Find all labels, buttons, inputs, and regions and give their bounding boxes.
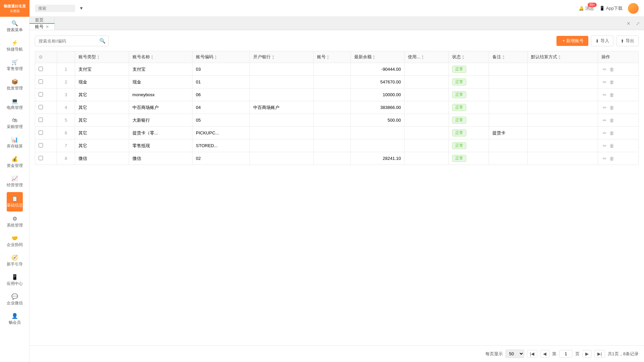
cell-setting bbox=[35, 63, 57, 76]
sidebar-item-11[interactable]: 🤝企业协同 bbox=[5, 232, 25, 251]
cell-account bbox=[313, 152, 351, 165]
cell-action: ✏🗑 bbox=[598, 114, 639, 127]
cell-type: 微信 bbox=[75, 152, 129, 165]
col-header-type[interactable]: 账号类型▲▼ bbox=[75, 51, 129, 63]
avatar[interactable] bbox=[628, 3, 639, 14]
sidebar-icon-10: ⚙ bbox=[5, 216, 25, 222]
import-icon: ⬇ bbox=[595, 39, 599, 44]
page-size-select[interactable]: 50 100 200 bbox=[505, 350, 524, 358]
page-input[interactable] bbox=[559, 350, 573, 358]
cell-name: 微信 bbox=[129, 152, 192, 165]
edit-button[interactable]: ✏ bbox=[601, 130, 608, 136]
gear-icon[interactable]: ⚙ bbox=[39, 54, 43, 60]
next-page-btn[interactable]: ▶ bbox=[582, 350, 592, 358]
edit-button[interactable]: ✏ bbox=[601, 92, 608, 98]
table-row: 2现金现金01547670.00正常✏🗑 bbox=[35, 76, 639, 88]
edit-button[interactable]: ✏ bbox=[601, 104, 608, 111]
status-badge: 正常 bbox=[452, 142, 466, 149]
delete-button[interactable]: 🗑 bbox=[608, 155, 615, 162]
prev-page-btn[interactable]: ◀ bbox=[540, 350, 549, 358]
expand-tab-btn[interactable]: ⤢ bbox=[635, 20, 641, 27]
app-download-button[interactable]: 📱 App下载 bbox=[599, 5, 623, 11]
col-header-code[interactable]: 账号编码▲▼ bbox=[193, 51, 250, 63]
row-checkbox[interactable] bbox=[39, 79, 43, 84]
row-checkbox[interactable] bbox=[39, 143, 43, 147]
tab-bar-controls: ✕ ⤢ bbox=[625, 20, 644, 27]
import-button[interactable]: ⬇ 导入 bbox=[591, 36, 613, 46]
edit-button[interactable]: ✏ bbox=[601, 155, 608, 162]
sidebar-item-3[interactable]: 📦批发管理 bbox=[5, 75, 25, 95]
edit-button[interactable]: ✏ bbox=[601, 66, 608, 73]
col-header-bank[interactable]: 开户银行▲▼ bbox=[250, 51, 313, 63]
cell-bank: 中百商场账户 bbox=[250, 101, 313, 114]
sidebar-item-10[interactable]: ⚙系统管理 bbox=[5, 212, 25, 232]
header-dropdown[interactable]: ▼ bbox=[79, 6, 84, 11]
add-account-button[interactable]: + 新增账号 bbox=[556, 36, 588, 46]
cell-usage bbox=[405, 152, 449, 165]
delete-button[interactable]: 🗑 bbox=[608, 92, 615, 98]
sidebar-item-1[interactable]: ⚡快捷导航 bbox=[5, 36, 25, 56]
tab-close-1[interactable]: ✕ bbox=[46, 24, 49, 29]
row-checkbox[interactable] bbox=[39, 105, 43, 109]
notification-badge: 99+ bbox=[588, 3, 597, 7]
sidebar-item-13[interactable]: 📱应用中心 bbox=[5, 270, 25, 290]
cell-type: 其它 bbox=[75, 114, 129, 127]
cell-name: 中百商场账户 bbox=[129, 101, 192, 114]
sidebar-item-4[interactable]: 💻电商管理 bbox=[5, 95, 25, 114]
cell-index: 3 bbox=[57, 88, 75, 101]
mobile-icon: 📱 bbox=[599, 6, 605, 11]
sidebar-item-15[interactable]: 👤畅会员 bbox=[5, 309, 25, 329]
row-checkbox[interactable] bbox=[39, 130, 43, 135]
search-button[interactable]: 🔍 bbox=[97, 36, 108, 46]
dropdown-chevron-icon: ▼ bbox=[79, 6, 84, 11]
col-header-settlement[interactable]: 默认结算方式▲▼ bbox=[528, 51, 598, 63]
sidebar-item-2[interactable]: 🛒零售管理 bbox=[5, 56, 25, 75]
tab-0[interactable]: 首页 bbox=[30, 17, 55, 23]
search-input[interactable] bbox=[35, 37, 97, 46]
col-header-balance[interactable]: 最新余额▲▼ bbox=[351, 51, 405, 63]
col-header-status[interactable]: 状态▲▼ bbox=[448, 51, 489, 63]
delete-button[interactable]: 🗑 bbox=[608, 130, 615, 136]
col-header-account[interactable]: 账号▲▼ bbox=[313, 51, 351, 63]
sidebar-item-8[interactable]: 📈经营管理 bbox=[5, 172, 25, 191]
delete-button[interactable]: 🗑 bbox=[608, 79, 615, 85]
edit-button[interactable]: ✏ bbox=[601, 117, 608, 124]
delete-button[interactable]: 🗑 bbox=[608, 117, 615, 124]
cell-status: 正常 bbox=[448, 88, 489, 101]
row-checkbox[interactable] bbox=[39, 67, 43, 71]
col-header-usage[interactable]: 使用...▲▼ bbox=[405, 51, 449, 63]
sidebar-item-14[interactable]: 💬企业微信 bbox=[5, 290, 25, 309]
sidebar-item-12[interactable]: 🧭新手引导 bbox=[5, 251, 25, 270]
sidebar-item-6[interactable]: 📊库存核算 bbox=[5, 133, 25, 153]
edit-button[interactable]: ✏ bbox=[601, 142, 608, 149]
sidebar-item-7[interactable]: 💰资金管理 bbox=[5, 153, 25, 172]
export-button[interactable]: ⬆ 导出 bbox=[616, 36, 639, 46]
total-label: 共1页，8条记录 bbox=[608, 351, 639, 357]
close-tab-btn[interactable]: ✕ bbox=[625, 20, 632, 27]
sidebar-item-0[interactable]: 🔍搜索菜单 bbox=[5, 17, 25, 36]
sidebar-item-9[interactable]: 📋基础信息 bbox=[7, 192, 23, 212]
header-right: 🔔 消息 99+ 📱 App下载 bbox=[579, 3, 639, 14]
delete-button[interactable]: 🗑 bbox=[608, 104, 615, 111]
delete-button[interactable]: 🗑 bbox=[608, 66, 615, 73]
row-checkbox[interactable] bbox=[39, 118, 43, 122]
export-label: 导出 bbox=[626, 38, 634, 44]
row-checkbox[interactable] bbox=[39, 156, 43, 160]
cell-account bbox=[313, 63, 351, 76]
col-header-remark[interactable]: 备注▲▼ bbox=[489, 51, 528, 63]
col-header-name[interactable]: 账号名称▲▼ bbox=[129, 51, 192, 63]
sidebar-item-5[interactable]: 🛍采购管理 bbox=[5, 114, 25, 133]
tab-1[interactable]: 账号✕ bbox=[30, 23, 55, 30]
edit-button[interactable]: ✏ bbox=[601, 79, 608, 85]
first-page-btn[interactable]: |◀ bbox=[527, 350, 537, 358]
cell-status: 正常 bbox=[448, 139, 489, 152]
header-search-input[interactable] bbox=[35, 5, 75, 12]
sidebar-icon-13: 📱 bbox=[5, 274, 25, 280]
cell-type: 其它 bbox=[75, 127, 129, 139]
sidebar-icon-0: 🔍 bbox=[5, 20, 25, 26]
cell-settlement bbox=[528, 76, 598, 88]
last-page-btn[interactable]: ▶| bbox=[594, 350, 605, 358]
delete-button[interactable]: 🗑 bbox=[608, 142, 615, 149]
row-checkbox[interactable] bbox=[39, 92, 43, 97]
notification-button[interactable]: 🔔 消息 99+ bbox=[579, 5, 594, 11]
